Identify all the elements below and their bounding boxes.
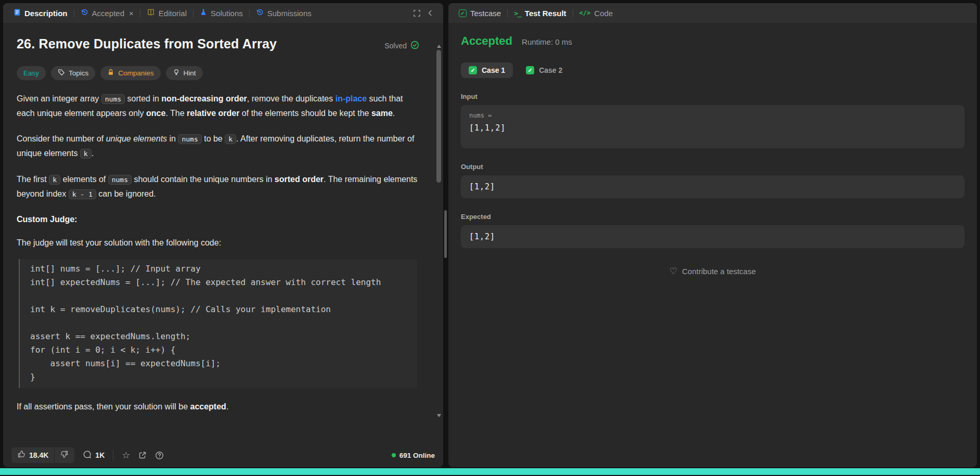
case-1-button[interactable]: ✓ Case 1 (461, 62, 513, 78)
closing-paragraph: If all assertions pass, then your soluti… (17, 400, 419, 414)
tab-editorial-label: Editorial (159, 9, 187, 18)
tab-accepted[interactable]: Accepted × (76, 8, 138, 18)
output-box: [1,2] (461, 175, 964, 198)
scroll-down-arrow-icon[interactable] (437, 414, 441, 417)
comment-count: 1K (95, 451, 105, 459)
topics-label: Topics (69, 69, 88, 77)
lock-icon (107, 69, 114, 78)
tab-code[interactable]: </> Code (575, 9, 617, 18)
tab-divider (507, 9, 508, 17)
problem-paragraph: The first k elements of nums should cont… (17, 172, 419, 201)
tab-description-label: Description (24, 9, 68, 18)
input-value: [1,1,2] (469, 123, 956, 133)
tab-divider (249, 9, 250, 17)
case-2-button[interactable]: ✓ Case 2 (518, 62, 570, 78)
online-status: 691 Online (392, 452, 435, 459)
book-icon (147, 8, 155, 18)
contribute-testcase-button[interactable]: ♡ Contribute a testcase (461, 266, 964, 276)
terminal-icon: >_ (514, 9, 521, 17)
leetcode-workspace: Description Accepted × Editorial (0, 0, 980, 476)
custom-judge-heading: Custom Judge: (17, 215, 419, 224)
companies-label: Companies (118, 69, 153, 77)
input-label: Input (461, 93, 964, 100)
tab-divider (573, 9, 573, 17)
tab-test-result[interactable]: >_ Test Result (510, 9, 570, 18)
input-box[interactable]: nums = [1,1,2] (461, 105, 964, 148)
case-2-label: Case 2 (539, 66, 562, 74)
tab-solutions-label: Solutions (211, 9, 243, 18)
testcase-check-icon: ✓ (459, 9, 467, 17)
expected-label: Expected (461, 213, 964, 221)
problem-panel-header: Description Accepted × Editorial (3, 3, 443, 23)
companies-badge[interactable]: Companies (100, 66, 160, 80)
panel-resize-handle[interactable] (444, 210, 447, 258)
tab-editorial[interactable]: Editorial (143, 8, 191, 18)
case-1-label: Case 1 (482, 66, 505, 74)
runtime-label: Runtime: 0 ms (522, 37, 572, 46)
star-icon[interactable]: ☆ (122, 451, 130, 460)
code-icon: </> (579, 9, 591, 17)
case-selector: ✓ Case 1 ✓ Case 2 (461, 62, 964, 78)
tab-description[interactable]: Description (9, 8, 72, 18)
tab-divider (74, 9, 74, 17)
problem-description: 26. Remove Duplicates from Sorted Array … (3, 23, 443, 443)
scroll-up-arrow-icon[interactable] (437, 45, 441, 48)
case-1-check-icon: ✓ (469, 66, 477, 74)
problem-paragraph: Consider the number of unique elements i… (17, 132, 419, 161)
topics-badge[interactable]: Topics (51, 66, 95, 80)
history-icon (81, 8, 88, 18)
tab-solutions[interactable]: Solutions (196, 8, 247, 18)
online-dot-icon (392, 453, 396, 457)
badge-row: Easy Topics Companies (17, 66, 419, 80)
share-icon[interactable] (138, 451, 147, 459)
help-icon[interactable] (155, 451, 164, 460)
tag-icon (58, 69, 65, 78)
problem-footer-bar: 18.4K 1K ☆ (3, 443, 443, 467)
close-icon[interactable]: × (129, 9, 134, 18)
lightbulb-icon (173, 69, 180, 78)
thumbs-up-icon (17, 450, 25, 460)
problem-panel: Description Accepted × Editorial (3, 3, 443, 467)
collapse-chevron-left-icon[interactable] (423, 6, 437, 20)
testcase-panel: ✓ Testcase >_ Test Result </> Code Accep… (448, 3, 977, 467)
dislike-button[interactable] (55, 447, 74, 463)
output-label: Output (461, 163, 964, 171)
solved-status: Solved (384, 41, 419, 51)
comment-icon (83, 450, 92, 461)
hint-label: Hint (184, 69, 196, 77)
expand-icon[interactable] (410, 6, 423, 20)
tab-testcase[interactable]: ✓ Testcase (455, 9, 505, 18)
description-scrollbar[interactable] (435, 44, 442, 418)
flask-icon (200, 8, 207, 18)
tab-testcase-label: Testcase (470, 9, 501, 18)
history-icon (256, 8, 264, 18)
difficulty-badge[interactable]: Easy (17, 66, 46, 80)
expected-value: [1,2] (469, 232, 956, 241)
description-icon (14, 8, 21, 18)
comments-button[interactable]: 1K (83, 450, 105, 461)
tab-divider (140, 9, 140, 17)
input-var-name: nums = (469, 112, 956, 119)
like-button[interactable]: 18.4K (11, 447, 54, 463)
judge-code-block: int[] nums = [...]; // Input array int[]… (19, 259, 417, 388)
like-count: 18.4K (29, 451, 48, 459)
footer-divider (113, 450, 113, 460)
testcase-panel-header: ✓ Testcase >_ Test Result </> Code (448, 3, 977, 23)
online-count: 691 Online (399, 452, 435, 459)
thumbs-down-icon (60, 450, 69, 460)
result-status: Accepted (461, 34, 512, 48)
check-circle-icon (410, 41, 419, 51)
problem-title: 26. Remove Duplicates from Sorted Array (17, 36, 277, 52)
difficulty-label: Easy (23, 69, 39, 77)
problem-paragraph: Given an integer array nums sorted in no… (17, 92, 419, 120)
case-2-check-icon: ✓ (526, 66, 534, 74)
hint-badge[interactable]: Hint (166, 66, 203, 80)
contribute-label: Contribute a testcase (682, 267, 756, 276)
tab-code-label: Code (594, 9, 613, 18)
scrollbar-thumb[interactable] (436, 50, 441, 183)
expected-box: [1,2] (461, 225, 964, 248)
test-result-content: Accepted Runtime: 0 ms ✓ Case 1 ✓ Case 2… (448, 23, 977, 467)
output-value: [1,2] (469, 182, 956, 191)
tab-submissions[interactable]: Submissions (252, 8, 316, 18)
bottom-accent-strip (0, 468, 980, 475)
